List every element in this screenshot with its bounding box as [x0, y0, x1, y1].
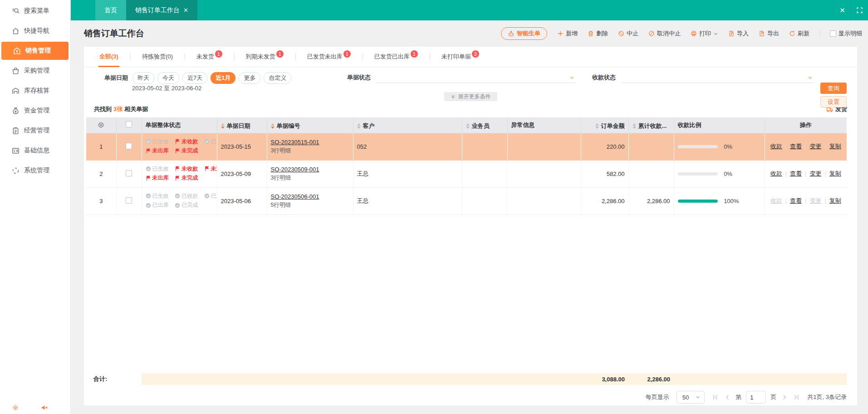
- import-button[interactable]: 导入: [728, 29, 749, 38]
- gear-icon[interactable]: [90, 122, 113, 128]
- sidebar-item-purchase[interactable]: 采购管理: [0, 62, 69, 80]
- tab-home[interactable]: 首页: [95, 0, 126, 20]
- query-button[interactable]: 查询: [820, 83, 847, 94]
- filter-tab-all[interactable]: 全部(3): [88, 47, 130, 67]
- header-status[interactable]: 单据整体状态: [142, 117, 217, 133]
- settings-button[interactable]: 设置: [820, 96, 847, 107]
- filter-tab-shipped-out[interactable]: 已发货已出库1: [363, 47, 430, 67]
- badge-label: 已生效: [152, 137, 169, 146]
- view-action[interactable]: 查看: [790, 143, 802, 150]
- change-action[interactable]: 变更: [809, 143, 821, 150]
- smart-create-button[interactable]: 智能生单: [501, 27, 547, 40]
- row-checkbox[interactable]: [126, 143, 132, 149]
- table-row[interactable]: 1 已生效 未收款 已通 未出库 未完成 2023-05-15: [86, 133, 847, 160]
- sidebar-item-base-info[interactable]: 基础信息: [0, 141, 69, 160]
- header-received[interactable]: 累计收款...: [628, 117, 674, 133]
- sidebar-item-quick-nav[interactable]: 快捷导航: [0, 22, 69, 40]
- sidebar-item-operations[interactable]: 经营管理: [0, 122, 69, 140]
- export-button[interactable]: 导出: [759, 29, 779, 38]
- sort-icon[interactable]: [466, 123, 470, 129]
- first-page-icon[interactable]: [712, 394, 719, 401]
- settings-gear-icon[interactable]: [12, 404, 19, 411]
- header-order-no[interactable]: 单据编号: [267, 117, 353, 133]
- pill-last7days[interactable]: 近7天: [182, 72, 207, 84]
- sidebar-item-inventory[interactable]: 库存核算: [0, 82, 69, 100]
- window-close-icon[interactable]: ✕: [834, 0, 851, 20]
- tab-close-icon[interactable]: ✕: [183, 7, 188, 14]
- pill-custom[interactable]: 自定义: [264, 72, 291, 84]
- main-area: 首页 销售订单工作台 ✕ ✕ 销售订单工作台 智能生单: [71, 0, 868, 414]
- header-amount[interactable]: 订单金额: [581, 117, 628, 133]
- show-detail-toggle[interactable]: 显示明细: [830, 29, 862, 38]
- filter-tab-overdue-unshipped[interactable]: 到期未发货1: [234, 47, 295, 67]
- view-action[interactable]: 查看: [790, 170, 802, 177]
- prev-page-icon[interactable]: [724, 394, 731, 401]
- header-salesman[interactable]: 业务员: [462, 117, 507, 133]
- order-number-link[interactable]: SO-20230506-001: [271, 193, 349, 201]
- row-select[interactable]: [116, 187, 142, 214]
- copy-action[interactable]: 复制: [829, 197, 841, 204]
- last-page-icon[interactable]: [793, 394, 800, 401]
- expand-more-button[interactable]: 展开更多条件: [444, 92, 497, 101]
- print-button[interactable]: 打印: [691, 29, 718, 38]
- filter-tab-shipped-not-out[interactable]: 已发货未出库1: [295, 47, 363, 67]
- page-number-input[interactable]: [746, 391, 766, 404]
- order-number-link[interactable]: SO-20230509-001: [271, 166, 349, 174]
- select-all-checkbox[interactable]: [126, 121, 132, 127]
- refresh-button[interactable]: 刷新: [789, 29, 809, 38]
- row-status-badges: 已生效 已收款 已通 已出库 已完成: [142, 187, 217, 214]
- delete-button[interactable]: 删除: [588, 29, 608, 38]
- expand-more-label: 展开更多条件: [458, 93, 491, 101]
- sort-icon[interactable]: [271, 123, 275, 129]
- payment-status-select[interactable]: [621, 72, 814, 83]
- print-label: 打印: [699, 29, 711, 38]
- chevron-down-icon: [569, 75, 575, 81]
- pill-yesterday[interactable]: 昨天: [132, 72, 154, 84]
- filter-tab-unshipped[interactable]: 未发货1: [185, 47, 234, 67]
- collect-action[interactable]: 收款: [770, 170, 782, 177]
- table-row[interactable]: 3 已生效 已收款 已通 已出库 已完成 2023-05-06: [86, 187, 847, 214]
- add-button[interactable]: 新增: [557, 29, 578, 38]
- order-status-select[interactable]: [376, 72, 576, 83]
- badge-label: 未通: [211, 165, 217, 173]
- copy-action[interactable]: 复制: [829, 143, 841, 150]
- sort-icon[interactable]: [357, 123, 361, 129]
- pill-last-month[interactable]: 近1月: [211, 72, 235, 84]
- header-date[interactable]: 单据日期: [217, 117, 267, 133]
- order-number-link[interactable]: SO-20230515-001: [271, 138, 349, 146]
- status-filter-tabs: 全部(3) 待拣验货(0) 未发货1 到期未发货1 已发货未出库1 已发货已出库…: [84, 47, 857, 67]
- select-all-header[interactable]: [116, 117, 142, 133]
- pill-today[interactable]: 今天: [157, 72, 179, 84]
- column-settings-header[interactable]: [86, 117, 116, 133]
- copy-action[interactable]: 复制: [829, 170, 841, 177]
- header-customer[interactable]: 客户: [353, 117, 462, 133]
- view-action[interactable]: 查看: [790, 197, 802, 204]
- row-select[interactable]: [116, 160, 142, 187]
- sort-icon[interactable]: [595, 123, 599, 129]
- table-row[interactable]: 2 已生效 未收款 未通 未出库 未完成 2023-05-09: [86, 160, 847, 187]
- sidebar-item-sales[interactable]: 销售管理: [1, 42, 69, 60]
- pill-more[interactable]: 更多: [239, 72, 260, 84]
- sidebar-item-label: 库存核算: [24, 87, 49, 95]
- next-page-icon[interactable]: [781, 394, 788, 401]
- cancel-abort-button[interactable]: 取消中止: [648, 29, 681, 38]
- page-title: 销售订单工作台: [84, 28, 144, 39]
- sidebar-item-funds[interactable]: 资金管理: [0, 102, 69, 120]
- row-checkbox[interactable]: [126, 197, 132, 204]
- show-detail-checkbox[interactable]: [830, 30, 836, 37]
- filter-tab-unprinted[interactable]: 未打印单据3: [430, 47, 491, 67]
- sidebar-item-system[interactable]: 系统管理: [0, 161, 69, 180]
- row-select[interactable]: [116, 133, 142, 160]
- sort-icon[interactable]: [221, 123, 225, 129]
- audio-mute-icon[interactable]: [41, 404, 48, 411]
- tab-sales-order-workbench[interactable]: 销售订单工作台 ✕: [126, 0, 197, 20]
- sidebar-item-search-menu[interactable]: 搜索菜单: [0, 2, 69, 20]
- sort-icon[interactable]: [633, 123, 636, 129]
- per-page-select[interactable]: 50: [677, 391, 705, 404]
- change-action[interactable]: 变更: [809, 170, 821, 177]
- abort-button[interactable]: 中止: [618, 29, 638, 38]
- fullscreen-icon[interactable]: [851, 0, 868, 20]
- collect-action[interactable]: 收款: [770, 143, 782, 150]
- row-checkbox[interactable]: [126, 170, 132, 176]
- filter-tab-picking[interactable]: 待拣验货(0): [130, 47, 185, 67]
